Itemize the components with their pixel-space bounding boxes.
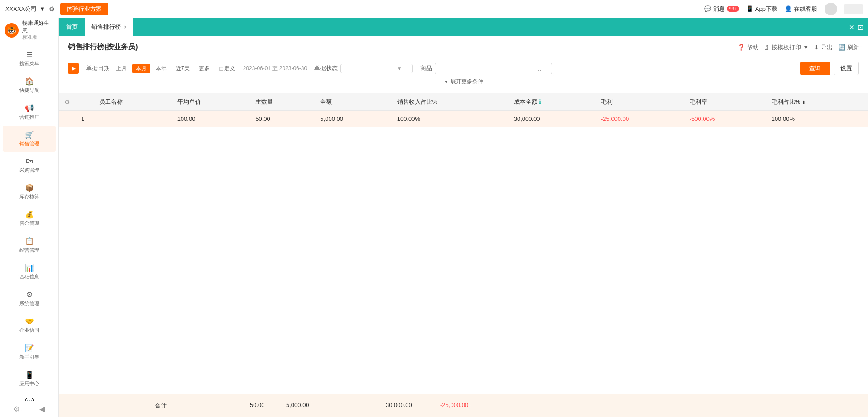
sidebar: 🐯 畅康通好生意 标准版 ☰ 搜索菜单 🏠 快捷导航 📢 营销推广 🛒 销售管理 <box>0 18 59 417</box>
finance-icon: 💰 <box>25 210 34 219</box>
window-restore-icon[interactable]: ⊡ <box>858 23 863 32</box>
company-name: XXXXX公司 <box>5 5 37 13</box>
help-button[interactable]: ❓ 帮助 <box>738 43 758 52</box>
table-row: 1 100.00 50.00 5,000.00 100.00% 30,000.0… <box>59 111 868 127</box>
col-header-avg-price: 平均单价 <box>172 93 250 111</box>
footer-gross-profit: -25,000.00 <box>435 399 480 412</box>
footer-cost-amount: 30,000.00 <box>380 399 435 412</box>
date-tab-custom[interactable]: 自定义 <box>215 64 239 73</box>
sidebar-bottom: ⚙ ◀ <box>0 401 58 417</box>
refresh-button[interactable]: 🔄 刷新 <box>838 43 859 52</box>
col-header-gross-pct: 毛利占比% ⬆ <box>766 93 868 111</box>
status-select[interactable]: ▼ <box>340 64 413 73</box>
enterprise-wechat-icon: 💬 <box>25 397 34 401</box>
expand-more-arrow-icon: ▼ <box>444 79 449 85</box>
cell-amount: 5,000.00 <box>315 111 391 127</box>
date-tab-this-month[interactable]: 本月 <box>132 64 150 73</box>
sidebar-item-quick-nav[interactable]: 🏠 快捷导航 <box>3 72 56 98</box>
tab-sales-ranking-label: 销售排行榜 <box>91 23 121 31</box>
company-arrow-icon: ▼ <box>39 5 45 12</box>
footer-sales-pct <box>326 399 380 412</box>
sidebar-item-search-order[interactable]: ☰ 搜索菜单 <box>3 46 56 72</box>
filter-area: ▶ 单据日期 上月 本月 本年 近7天 更多 自定义 2023- <box>59 57 868 93</box>
sidebar-item-purchase-mgmt[interactable]: 🛍 采购管理 <box>3 153 56 178</box>
tab-close-icon[interactable]: × <box>124 24 127 30</box>
inventory-label: 库存核算 <box>19 193 39 200</box>
template-print-button[interactable]: 🖨 按模板打印 ▼ <box>764 43 809 52</box>
footer-row: 合计 50.00 5,000.00 30,000.00 -25,000.00 <box>59 399 868 412</box>
sidebar-item-operations[interactable]: 📋 经营管理 <box>3 232 56 258</box>
sidebar-item-app-center[interactable]: 📱 应用中心 <box>3 366 56 392</box>
sidebar-item-enterprise-wechat[interactable]: 💬 企业微信 <box>3 393 56 401</box>
query-button[interactable]: 查询 <box>800 62 830 75</box>
print-icon: 🖨 <box>764 44 770 51</box>
goods-more-icon[interactable]: ... <box>536 65 541 72</box>
sales-mgmt-icon: 🛒 <box>25 130 34 139</box>
collapse-sidebar-icon[interactable]: ◀ <box>39 405 45 413</box>
guide-label: 新手引导 <box>19 354 39 360</box>
message-button[interactable]: 💬 消息 99+ <box>704 5 739 13</box>
user-name-area <box>844 4 863 14</box>
system-mgmt-label: 系统管理 <box>19 300 39 307</box>
date-tab-last-month[interactable]: 上月 <box>112 64 130 73</box>
sidebar-item-finance[interactable]: 💰 资金管理 <box>3 206 56 231</box>
expand-more-label: 展开更多条件 <box>451 78 483 86</box>
date-tab-7days[interactable]: 近7天 <box>172 64 193 73</box>
date-tab-this-year[interactable]: 本年 <box>152 64 170 73</box>
app-icon: 📱 <box>746 5 753 12</box>
settings-icon[interactable]: ⚙ <box>49 5 55 13</box>
tab-home[interactable]: 首页 <box>59 18 85 36</box>
bottom-settings-icon[interactable]: ⚙ <box>14 405 20 413</box>
export-button[interactable]: ⬇ 导出 <box>814 43 833 52</box>
logo-area: 🐯 畅康通好生意 标准版 <box>0 18 58 43</box>
system-mgmt-icon: ⚙ <box>26 290 33 299</box>
content-area: 首页 销售排行榜 × × ⊡ 销售排行榜(按业务员) ❓ 帮助 <box>59 18 868 417</box>
avatar[interactable] <box>825 3 837 15</box>
tab-sales-ranking[interactable]: 销售排行榜 × <box>85 18 133 36</box>
gross-pct-info-icon[interactable]: ⬆ <box>802 100 806 105</box>
cell-employee <box>94 111 172 127</box>
sales-mgmt-label: 销售管理 <box>19 140 39 147</box>
goods-select[interactable]: ... <box>435 63 552 74</box>
search-order-icon: ☰ <box>26 50 33 59</box>
data-table: ⚙ 员工名称 平均单价 主数量 全额 销售收入占比% 成本全额 ℹ 毛利 毛利率… <box>59 93 868 127</box>
page-content: 销售排行榜(按业务员) ❓ 帮助 🖨 按模板打印 ▼ ⬇ 导出 <box>59 36 868 417</box>
page-title: 销售排行榜(按业务员) <box>68 43 138 52</box>
cell-avg-price: 100.00 <box>172 111 250 127</box>
sidebar-item-sales-mgmt[interactable]: 🛒 销售管理 <box>3 126 56 152</box>
online-service-button[interactable]: 👤 在线客服 <box>785 5 817 13</box>
col-header-sales-pct: 销售收入占比% <box>392 93 508 111</box>
sidebar-item-guide[interactable]: 📝 新手引导 <box>3 339 56 365</box>
company-selector[interactable]: XXXXX公司 ▼ <box>5 5 45 13</box>
export-label: 导出 <box>821 43 833 52</box>
sidebar-item-inventory[interactable]: 📦 库存核算 <box>3 179 56 205</box>
table-header: ⚙ 员工名称 平均单价 主数量 全额 销售收入占比% 成本全额 ℹ 毛利 毛利率… <box>59 93 868 111</box>
expand-more-button[interactable]: ▼ 展开更多条件 <box>444 78 484 86</box>
cost-info-icon[interactable]: ℹ <box>539 98 541 105</box>
app-center-label: 应用中心 <box>19 380 39 387</box>
footer-amount: 5,000.00 <box>281 399 326 412</box>
message-label: 消息 <box>713 5 725 13</box>
sidebar-item-enterprise-collab[interactable]: 🤝 企业协同 <box>3 312 56 338</box>
trial-button[interactable]: 体验行业方案 <box>60 3 108 15</box>
app-download-button[interactable]: 📱 App下载 <box>746 5 777 13</box>
sidebar-item-marketing[interactable]: 📢 营销推广 <box>3 99 56 125</box>
filter-expand-arrow[interactable]: ▶ <box>68 63 79 74</box>
col-header-settings[interactable]: ⚙ <box>59 93 76 111</box>
window-close-icon[interactable]: × <box>849 23 854 32</box>
footer-main-qty: 50.00 <box>245 399 281 412</box>
footer-total-label: 合计 <box>149 399 208 412</box>
date-tab-more[interactable]: 更多 <box>195 64 213 73</box>
marketing-label: 营销推广 <box>19 114 39 120</box>
basic-info-icon: 📊 <box>25 264 34 272</box>
filter-settings-button[interactable]: 设置 <box>834 62 859 75</box>
status-select-arrow-icon: ▼ <box>397 66 402 71</box>
status-label: 单据状态 <box>314 64 338 72</box>
sidebar-item-basic-info[interactable]: 📊 基础信息 <box>3 259 56 285</box>
sidebar-item-system-mgmt[interactable]: ⚙ 系统管理 <box>3 286 56 312</box>
export-icon: ⬇ <box>814 44 819 51</box>
col-settings-icon[interactable]: ⚙ <box>64 98 70 105</box>
date-filter: 单据日期 上月 本月 本年 近7天 更多 自定义 2023-06-01 至 20… <box>86 64 307 73</box>
purchase-mgmt-label: 采购管理 <box>19 167 39 173</box>
filter-right-actions: 查询 设置 <box>800 62 859 75</box>
